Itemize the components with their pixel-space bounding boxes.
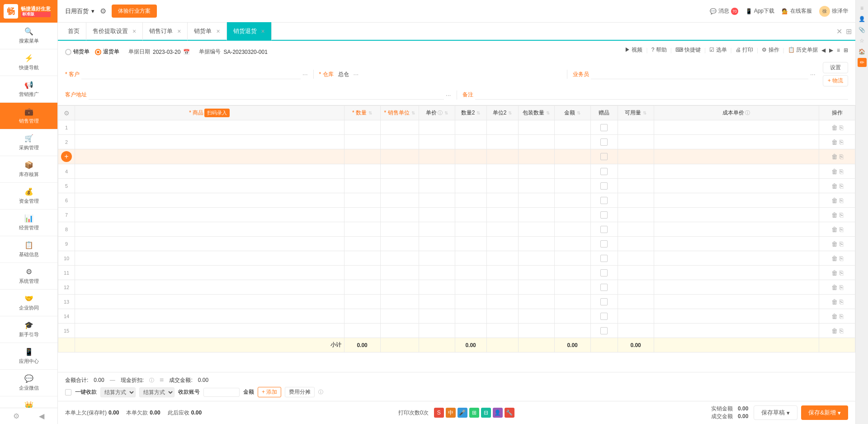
radio-sales[interactable]: 销货单 [65, 48, 90, 56]
right-panel-edit-icon[interactable]: ✏ [858, 58, 867, 67]
copy-icon-15[interactable]: ⎘ [840, 327, 843, 334]
app-download-btn[interactable]: 📱 App下载 [745, 7, 774, 15]
gift-checkbox-9[interactable] [600, 240, 608, 248]
unit2-sort-icon[interactable]: ⇅ [508, 110, 512, 115]
delete-icon-10[interactable]: 🗑 [831, 255, 838, 262]
avail-sort-icon[interactable]: ⇅ [643, 110, 646, 115]
gift-checkbox-14[interactable] [600, 313, 608, 320]
toolbar-video-btn[interactable]: ▶ 视频 [625, 46, 642, 54]
gift-checkbox-3[interactable] [600, 153, 608, 160]
delete-icon-11[interactable]: 🗑 [831, 269, 838, 276]
sidebar-item-enterprise[interactable]: 🤝 企业协同 [0, 290, 57, 316]
daily-dropdown[interactable]: 日用百货 ▾ [65, 7, 94, 15]
delete-icon-13[interactable]: 🗑 [831, 298, 838, 305]
delete-icon-5[interactable]: 🗑 [831, 182, 838, 190]
copy-icon-14[interactable]: ⎘ [840, 313, 843, 320]
right-panel-person-icon[interactable]: 👤 [858, 14, 867, 24]
amount-sort-icon[interactable]: ⇅ [577, 110, 580, 115]
delete-icon-6[interactable]: 🗑 [831, 197, 838, 204]
gift-checkbox-11[interactable] [600, 269, 608, 276]
icon-mic[interactable]: 🎤 [458, 408, 467, 418]
tab-close-sales-order[interactable]: × [177, 28, 181, 35]
qty-sort-icon[interactable]: ⇅ [368, 110, 372, 115]
delete-icon-3[interactable]: 🗑 [831, 153, 838, 160]
copy-icon-1[interactable]: ⎘ [840, 124, 843, 131]
add-payment-button[interactable]: + 添加 [258, 387, 281, 397]
toolbar-operation-btn[interactable]: ⚙ 操作 [762, 46, 779, 54]
tab-home[interactable]: 首页 [61, 22, 86, 40]
address-picker-btn[interactable]: ··· [446, 91, 451, 99]
sidebar-item-sales[interactable]: 💼 销售管理 [0, 103, 57, 129]
toolbar-detail-view-btn[interactable]: ⊞ [844, 47, 848, 53]
icon-qr[interactable]: ⊞ [469, 408, 479, 418]
fee-info-icon[interactable]: ⓘ [318, 389, 323, 395]
add-row-button[interactable]: + [61, 151, 72, 162]
gift-checkbox-8[interactable] [600, 226, 608, 233]
right-panel-star-icon[interactable]: ☆ [858, 36, 867, 45]
copy-icon-5[interactable]: ⎘ [840, 182, 843, 190]
copy-icon-13[interactable]: ⎘ [840, 298, 843, 305]
right-panel-home-icon[interactable]: 🏠 [858, 47, 867, 56]
cost-info-icon[interactable]: ⓘ [745, 110, 750, 116]
sidebar-item-search[interactable]: 🔍 搜索菜单 [0, 23, 57, 49]
gift-checkbox-15[interactable] [600, 327, 608, 334]
sidebar-item-system[interactable]: ⚙ 系统管理 [0, 263, 57, 290]
copy-icon-12[interactable]: ⎘ [840, 284, 843, 291]
sidebar-item-weixin[interactable]: 💬 企业微信 [0, 370, 57, 396]
radio-return[interactable]: 退货单 [95, 48, 119, 56]
salesperson-picker-btn[interactable]: ··· [810, 71, 816, 78]
warehouse-picker-btn[interactable]: ··· [354, 71, 359, 78]
header-gear-btn[interactable]: ⚙ [100, 7, 106, 15]
gift-checkbox-7[interactable] [600, 211, 608, 219]
one-click-checkbox[interactable] [65, 389, 71, 395]
copy-icon-8[interactable]: ⎘ [840, 226, 843, 233]
delete-icon-15[interactable]: 🗑 [831, 327, 838, 334]
settle-select[interactable]: 结算方式 [100, 387, 136, 397]
right-panel-list-icon[interactable]: ≡ [858, 4, 867, 13]
delete-icon-1[interactable]: 🗑 [831, 124, 838, 131]
toolbar-next-btn[interactable]: ▶ [829, 47, 833, 53]
delete-icon-2[interactable]: 🗑 [831, 138, 838, 146]
tab-maximize-btn[interactable]: ⊞ [846, 27, 852, 36]
sidebar-item-guide[interactable]: 🎓 新手引导 [0, 316, 57, 343]
copy-icon-9[interactable]: ⎘ [840, 240, 843, 248]
settings-button[interactable]: 设置 [823, 62, 848, 73]
icon-s[interactable]: S [434, 408, 444, 418]
gift-checkbox-4[interactable] [600, 168, 608, 175]
toolbar-shortcut-btn[interactable]: ⌨ 快捷键 [675, 46, 701, 54]
price-info-icon[interactable]: ⓘ [438, 110, 443, 116]
icon-table[interactable]: ⊟ [481, 408, 491, 418]
save-new-button[interactable]: 保存&新增 ▾ [801, 405, 848, 420]
toolbar-list-view-btn[interactable]: ≡ [837, 47, 840, 53]
copy-icon-3[interactable]: ⎘ [840, 153, 843, 160]
sidebar-item-member[interactable]: 👑 畅会员 [0, 396, 57, 408]
sidebar-item-marketing[interactable]: 📢 营销推广 [0, 76, 57, 103]
gift-checkbox-6[interactable] [600, 197, 608, 204]
unit-sort-icon[interactable]: ⇅ [411, 110, 415, 115]
delete-icon-4[interactable]: 🗑 [831, 168, 838, 175]
sidebar-item-finance[interactable]: 💰 资金管理 [0, 183, 57, 210]
delete-icon-8[interactable]: 🗑 [831, 226, 838, 233]
fee-split-button[interactable]: 费用分摊 [285, 387, 315, 397]
tab-close-price-settings[interactable]: × [132, 28, 136, 35]
copy-icon-11[interactable]: ⎘ [840, 269, 843, 276]
save-draft-button[interactable]: 保存草稿 ▾ [754, 405, 797, 420]
copy-icon-2[interactable]: ⎘ [840, 138, 843, 146]
toolbar-history-btn[interactable]: 📋 历史单据 [788, 46, 818, 54]
tab-price-settings[interactable]: 售价提取设置 × [86, 22, 143, 40]
copy-icon-4[interactable]: ⎘ [840, 168, 843, 175]
calendar-icon[interactable]: 📅 [183, 49, 190, 55]
gift-checkbox-12[interactable] [600, 284, 608, 291]
customer-input[interactable] [81, 70, 301, 79]
gift-checkbox-10[interactable] [600, 255, 608, 262]
salesperson-input[interactable] [591, 70, 808, 79]
icon-person[interactable]: 👤 [493, 408, 503, 418]
address-input[interactable] [89, 90, 444, 100]
gift-checkbox-1[interactable] [600, 124, 608, 131]
toolbar-prev-btn[interactable]: ◀ [821, 47, 826, 53]
sidebar-item-basics[interactable]: 📋 基础信息 [0, 236, 57, 263]
logistics-button[interactable]: + 物流 [823, 75, 848, 86]
sidebar-item-purchase[interactable]: 🛒 采购管理 [0, 129, 57, 156]
price-sort-icon[interactable]: ⇅ [444, 110, 448, 115]
message-btn[interactable]: 💬 消息 70 [710, 7, 738, 15]
